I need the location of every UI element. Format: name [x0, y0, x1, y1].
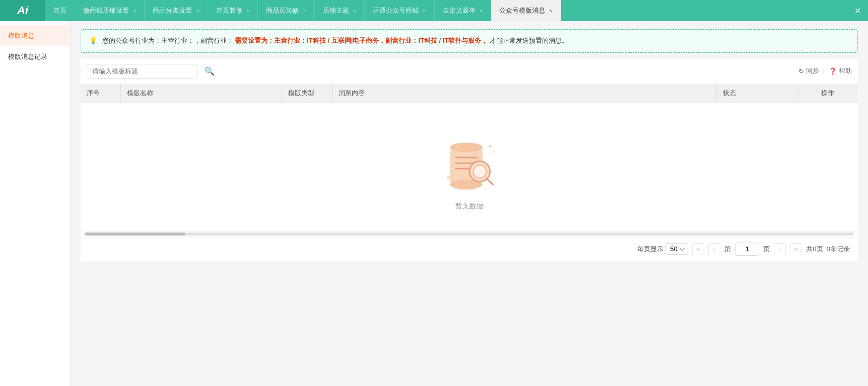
page-label-after: 页	[763, 245, 770, 254]
page-size-dropdown[interactable]: 50 20 10	[665, 243, 688, 255]
empty-text: 暂无数据	[455, 202, 484, 211]
scrollbar-thumb[interactable]	[85, 233, 185, 236]
search-left: 🔍	[87, 64, 218, 79]
svg-point-12	[446, 176, 450, 179]
sync-button[interactable]: ↻ 同步	[798, 66, 819, 75]
tab-product-category[interactable]: 商品分类设置 ×	[145, 0, 208, 21]
tab-shop-theme[interactable]: 店铺主题 ×	[315, 0, 365, 21]
main-layout: 模版消息 模版消息记录 💡 您的公众号行业为：主营行业：，副营行业： 需要设置为…	[0, 21, 868, 386]
main-card: 🔍 ↻ 同步 | ❓ 帮助 序号	[81, 59, 858, 261]
page-total: 共0页, 0条记录	[806, 245, 850, 254]
pagination: 每页显示 50 20 10 ⊲ ‹ 第 页 › ⊳ 共0页, 0条记录	[81, 237, 858, 261]
page-number-input[interactable]	[735, 243, 759, 256]
horizontal-scrollbar[interactable]	[81, 231, 858, 237]
divider: |	[823, 67, 825, 75]
page-first-button[interactable]: ⊲	[692, 243, 704, 255]
tab-close-shop-settings[interactable]: ×	[133, 8, 136, 14]
page-prev-button[interactable]: ‹	[708, 243, 720, 255]
search-input[interactable]	[87, 64, 197, 79]
tab-product-decor[interactable]: 商品页装修 ×	[258, 0, 314, 21]
col-header-seq: 序号	[81, 84, 121, 103]
tab-close-home-decor[interactable]: ×	[246, 8, 249, 14]
svg-point-11	[493, 151, 495, 153]
app-logo: Ai	[0, 0, 45, 21]
notice-highlight: 需要设置为：主营行业：IT科技 / 互联网|电子商务，副营行业：IT科技 / I…	[235, 37, 488, 44]
page-next-button[interactable]: ›	[774, 243, 786, 255]
svg-point-10	[489, 145, 492, 148]
tab-close-template-msg[interactable]: ×	[549, 8, 552, 14]
page-last-button[interactable]: ⊳	[790, 243, 802, 255]
scrollbar-track	[85, 233, 854, 236]
sync-icon: ↻	[798, 67, 804, 75]
col-header-status: 状态	[717, 84, 797, 103]
sidebar-item-template-records[interactable]: 模版消息记录	[0, 46, 70, 67]
tab-custom-menu[interactable]: 自定义菜单 ×	[435, 0, 491, 21]
svg-point-8	[473, 165, 486, 178]
tab-close-product-decor[interactable]: ×	[303, 8, 306, 14]
sidebar-item-template-msg[interactable]: 模版消息	[0, 25, 70, 46]
tab-close-product-category[interactable]: ×	[196, 8, 199, 14]
empty-state: 暂无数据	[81, 103, 858, 231]
tab-home[interactable]: 首页	[45, 0, 75, 21]
search-bar: 🔍 ↻ 同步 | ❓ 帮助	[81, 59, 858, 84]
tab-home-decor[interactable]: 首页装修 ×	[208, 0, 258, 21]
top-navigation: Ai 首页 微商城店铺设置 × 商品分类设置 × 首页装修 × 商品页装修 × …	[0, 0, 868, 21]
tab-close-shop-theme[interactable]: ×	[353, 8, 356, 14]
nav-tabs: 首页 微商城店铺设置 × 商品分类设置 × 首页装修 × 商品页装修 × 店铺主…	[45, 0, 847, 21]
col-header-action: 操作	[797, 84, 858, 103]
tab-close-open-mall[interactable]: ×	[423, 8, 426, 14]
empty-illustration	[439, 133, 500, 194]
notice-box: 💡 您的公众号行业为：主营行业：，副营行业： 需要设置为：主营行业：IT科技 /…	[81, 29, 858, 53]
tab-template-msg[interactable]: 公众号模版消息 ×	[491, 0, 561, 21]
help-icon: ❓	[829, 67, 837, 75]
table-header: 序号 模版名称 模版类型 消息内容 状态 操作	[81, 84, 858, 103]
content-area: 💡 您的公众号行业为：主营行业：，副营行业： 需要设置为：主营行业：IT科技 /…	[71, 21, 868, 386]
search-button[interactable]: 🔍	[202, 64, 218, 78]
page-size-select: 每页显示 50 20 10	[637, 243, 688, 255]
tab-open-mall[interactable]: 开通公众号商城 ×	[365, 0, 434, 21]
svg-point-2	[450, 142, 483, 151]
sidebar: 模版消息 模版消息记录	[0, 21, 71, 386]
notice-icon: 💡	[89, 37, 97, 44]
nav-close-all-button[interactable]: ✕	[847, 0, 868, 21]
svg-line-9	[487, 178, 493, 184]
page-size-label: 每页显示	[637, 245, 663, 254]
col-header-name: 模版名称	[121, 84, 282, 103]
search-right: ↻ 同步 | ❓ 帮助	[798, 66, 852, 75]
col-header-content: 消息内容	[332, 84, 717, 103]
help-button[interactable]: ❓ 帮助	[829, 66, 852, 75]
page-label-before: 第	[724, 245, 731, 254]
col-header-type: 模版类型	[282, 84, 332, 103]
tab-close-custom-menu[interactable]: ×	[480, 8, 483, 14]
tab-shop-settings[interactable]: 微商城店铺设置 ×	[75, 0, 145, 21]
